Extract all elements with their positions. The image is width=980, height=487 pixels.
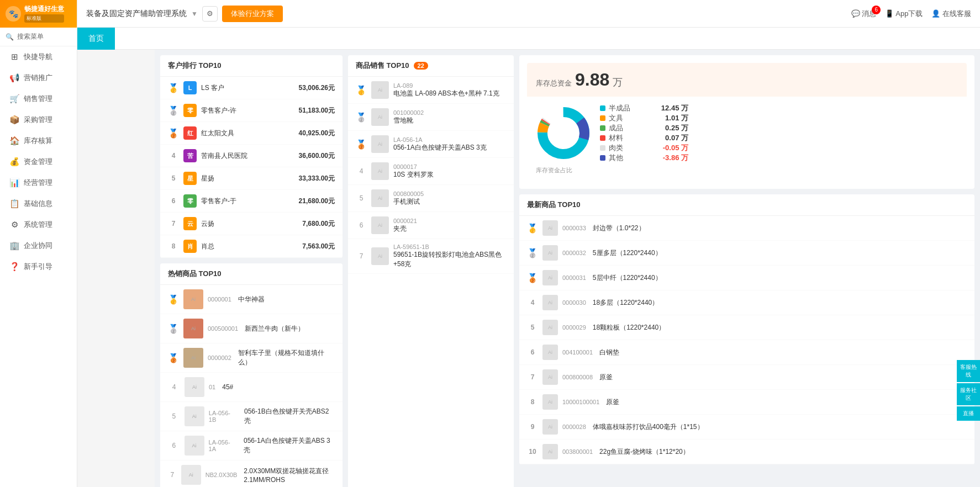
latest-name: 5层中纤（1220*2440）	[593, 273, 662, 283]
product-sale-row-3: 🥉 Ai LA-056-1A 056-1A白色按键开关盖ABS 3克	[348, 131, 514, 158]
nav-label-operation: 经营管理	[24, 178, 52, 188]
customer-amount: 40,925.00元	[299, 129, 335, 138]
customer-avatar: 红	[183, 126, 197, 140]
customer-row-1: 🥇 L LS 客户 53,006.26元	[160, 77, 343, 99]
rank-num: 4	[168, 383, 180, 391]
sidebar-item-operation[interactable]: 📊经营管理	[0, 172, 77, 193]
online-service[interactable]: 👤 在线客服	[931, 9, 971, 19]
legend-dot	[600, 105, 605, 111]
hot-name: 2.0X30MM双搓花轴搓花直径2.1MM/ROHS	[244, 467, 335, 484]
hot-product-img: Ai	[183, 319, 203, 338]
product-img: Ai	[371, 135, 389, 153]
latest-code: 003800001	[562, 448, 593, 455]
gear-button[interactable]: ⚙	[202, 6, 218, 22]
rank-num: 6	[356, 221, 367, 229]
sidebar-item-system[interactable]: ⚙系统管理	[0, 214, 77, 235]
customer-row-6: 6 零 零售客户-于 21,680.00元	[160, 190, 343, 213]
tab-home[interactable]: 首页	[77, 28, 115, 50]
customer-row-7: 7 云 云扬 7,680.00元	[160, 213, 343, 235]
app-download[interactable]: 📱 App下载	[885, 9, 923, 19]
rank-num: 10	[527, 448, 538, 456]
product-sales-list: 🥇 Ai LA-089 电池盖 LA-089 ABS本色+黑种 7.1克 🥈 A…	[348, 77, 514, 274]
hot-name: 智利车子里（规格不知道填什么）	[238, 348, 335, 367]
product-sale-row-6: 6 Ai 0000021 夹壳	[348, 212, 514, 239]
nav-icon-finance: 💰	[9, 157, 19, 167]
rank-num: 7	[356, 252, 367, 260]
latest-code: 0000029	[562, 324, 586, 331]
sidebar-item-inventory[interactable]: 🏠库存核算	[0, 130, 77, 151]
sidebar: 🐾 畅捷通好生意 标准版 🔍 搜索菜单 ⊞快捷导航📢营销推广🛒销售管理📦采购管理…	[0, 0, 77, 487]
inventory-title: 库存总资金	[536, 78, 572, 88]
nav-icon-operation: 📊	[9, 178, 19, 188]
customer-name: 苦南县人民医院	[201, 151, 294, 161]
logo-icon: 🐾	[6, 6, 21, 22]
system-name: 装备及固定资产辅助管理系统	[86, 9, 187, 19]
sidebar-item-finance[interactable]: 💰资金管理	[0, 151, 77, 172]
product-img: Ai	[371, 216, 389, 234]
nav-icon-base: 📋	[9, 199, 19, 209]
nav-label-purchase: 采购管理	[24, 115, 52, 125]
hot-code: 000500001	[208, 325, 238, 332]
nav-label-quick-nav: 快捷导航	[24, 52, 52, 62]
product-sale-row-1: 🥇 Ai LA-089 电池盖 LA-089 ABS本色+黑种 7.1克	[348, 77, 514, 104]
legend-label: 文具	[609, 113, 662, 123]
product-img: Ai	[542, 345, 558, 360]
message-badge[interactable]: 💬 消息 6	[851, 9, 877, 19]
dropdown-arrow[interactable]: ▼	[191, 10, 198, 18]
sidebar-nav: ⊞快捷导航📢营销推广🛒销售管理📦采购管理🏠库存核算💰资金管理📊经营管理📋基础信息…	[0, 46, 77, 277]
search-menu[interactable]: 🔍 搜索菜单	[0, 28, 77, 46]
product-sales-header: 商品销售 TOP10 22	[348, 55, 514, 77]
customer-row-2: 🥈 零 零售客户-许 51,183.00元	[160, 99, 343, 122]
product-info: LA-59651-1B 59651-1B旋转投影灯电池盒ABS黑色+58克	[393, 244, 506, 269]
latest-product-row-2: 🥈 Ai 0000032 5厘多层（1220*2440）	[519, 241, 974, 266]
nav-icon-sales: 🛒	[9, 94, 19, 104]
legend-label: 其他	[609, 153, 660, 163]
nav-label-base: 基础信息	[24, 199, 52, 209]
rank-num: 7	[527, 373, 538, 381]
rank-num: 6	[527, 348, 538, 356]
customer-avatar: 肖	[183, 240, 197, 253]
customer-ranking-header: 客户排行 TOP10	[160, 55, 343, 77]
legend-item-文具: 文具 1.01 万	[600, 113, 688, 123]
nav-icon-inventory: 🏠	[9, 136, 19, 146]
product-img: Ai	[542, 419, 558, 435]
customer-name: 肖总	[201, 242, 298, 251]
inventory-unit: 万	[613, 76, 623, 89]
product-img: Ai	[542, 444, 558, 459]
customer-amount: 21,680.00元	[299, 197, 335, 206]
float-btn-服务社区[interactable]: 服务社区	[957, 383, 980, 405]
hot-product-row-4: 4 Ai 01 45#	[160, 373, 343, 402]
medal-icon: 🥈	[356, 112, 367, 123]
customer-amount: 51,183.00元	[299, 106, 335, 115]
sidebar-item-enterprise[interactable]: 🏢企业协同	[0, 235, 77, 256]
legend-label: 成品	[609, 123, 662, 133]
customer-row-5: 5 星 星扬 33,333.00元	[160, 167, 343, 190]
float-btn-直播[interactable]: 直播	[957, 406, 980, 421]
medal-icon: 🥉	[527, 273, 538, 283]
sidebar-item-base[interactable]: 📋基础信息	[0, 193, 77, 214]
product-info: LA-089 电池盖 LA-089 ABS本色+黑种 7.1克	[393, 82, 506, 98]
sidebar-item-marketing[interactable]: 📢营销推广	[0, 67, 77, 88]
latest-code: 10000100001	[562, 399, 599, 405]
rank-num: 8	[527, 398, 538, 406]
msg-count: 6	[872, 6, 881, 14]
hot-name: 中华神器	[238, 295, 265, 304]
sidebar-item-guide[interactable]: ❓新手引导	[0, 256, 77, 277]
legend-val: 1.01 万	[665, 113, 688, 123]
sidebar-item-purchase[interactable]: 📦采购管理	[0, 109, 77, 130]
sidebar-item-sales[interactable]: 🛒销售管理	[0, 88, 77, 109]
sidebar-item-quick-nav[interactable]: ⊞快捷导航	[0, 46, 77, 67]
latest-name: 体哦嘉枝味苏打饮品400毫升（1*15）	[593, 422, 704, 432]
latest-code: 000800008	[562, 374, 593, 380]
product-img: Ai	[542, 270, 558, 285]
trial-button[interactable]: 体验行业方案	[222, 6, 283, 22]
product-img: Ai	[542, 394, 558, 410]
legend-item-半成品: 半成品 12.45 万	[600, 103, 688, 113]
customer-avatar: 零	[183, 104, 197, 117]
customer-name: LS 客户	[201, 83, 294, 93]
rank-num: 4	[527, 299, 538, 306]
nav-label-system: 系统管理	[24, 220, 52, 230]
float-btn-客服热线[interactable]: 客服热线	[957, 360, 980, 382]
middle-column: 商品销售 TOP10 22 🥇 Ai LA-089 电池盖 LA-089 ABS…	[348, 55, 514, 487]
logo-text: 畅捷通好生意 标准版	[24, 5, 64, 23]
